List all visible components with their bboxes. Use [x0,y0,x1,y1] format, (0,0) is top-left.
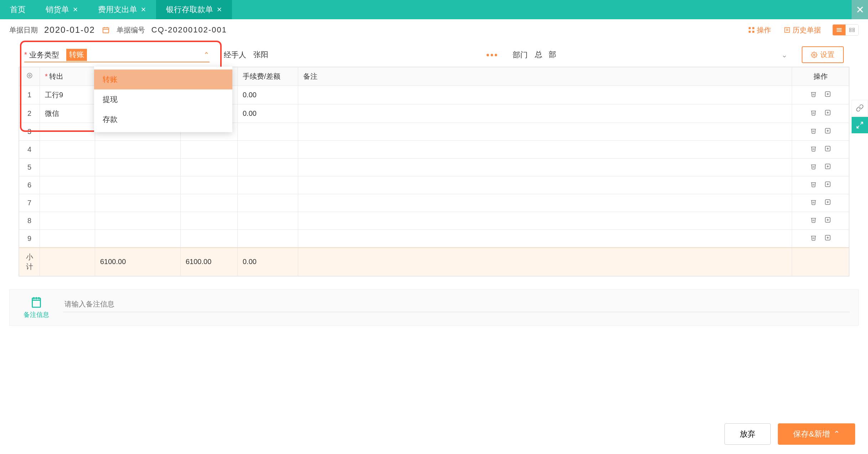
cell-gap[interactable] [95,159,181,176]
cell-in-amount[interactable] [181,159,238,176]
cell-gap[interactable] [95,230,181,248]
history-button[interactable]: 历史单据 [784,25,821,35]
add-row-icon[interactable] [825,128,831,136]
cell-out-account[interactable] [40,159,95,176]
cell-in-amount[interactable] [181,212,238,230]
cell-out-account[interactable] [40,212,95,230]
table-row[interactable]: 4 [19,141,849,159]
subtotal-label: 小计 [19,248,40,276]
cell-out-account[interactable] [40,230,95,248]
link-icon[interactable] [852,100,868,116]
tab-sales[interactable]: 销货单✕ [36,0,88,19]
dept-field[interactable]: 部门 总 部 ⌄ [513,47,787,62]
add-row-icon[interactable] [825,91,831,99]
cell-remark[interactable] [298,141,792,159]
cell-fee[interactable] [238,159,298,176]
dropdown-item-withdraw[interactable]: 提现 [94,89,232,109]
cell-out-account[interactable] [40,176,95,194]
cell-gap[interactable] [95,141,181,159]
close-icon[interactable]: ✕ [141,6,146,14]
tab-bank[interactable]: 银行存取款单✕ [156,0,232,19]
cell-in-amount[interactable] [181,230,238,248]
cell-fee[interactable]: 0.00 [238,86,298,104]
cell-out-account[interactable] [40,141,95,159]
cell-fee[interactable] [238,123,298,141]
cell-remark[interactable] [298,159,792,176]
dropdown-item-deposit[interactable]: 存款 [94,109,232,129]
panel-close-button[interactable]: ✕ [852,0,868,19]
add-row-icon[interactable] [825,109,831,118]
dept-value[interactable]: 总 部 [535,47,781,62]
table-row[interactable]: 5 [19,159,849,176]
delete-icon[interactable] [810,145,817,154]
expand-icon[interactable] [852,117,868,133]
calendar-icon[interactable] [102,26,110,34]
add-row-icon[interactable] [825,181,831,189]
view-list-icon[interactable] [833,25,846,35]
svg-point-19 [29,75,30,77]
delete-icon[interactable] [810,109,817,118]
view-toggle[interactable] [832,24,859,36]
table-row[interactable]: 8 [19,212,849,230]
ops-button[interactable]: 操作 [748,25,771,35]
handler-field[interactable]: 经手人 张阳 ••• [224,47,498,62]
add-row-icon[interactable] [825,199,831,207]
cell-fee[interactable] [238,194,298,212]
cell-fee[interactable] [238,141,298,159]
close-icon[interactable]: ✕ [73,6,78,14]
tab-home[interactable]: 首页 [0,0,36,19]
cell-remark[interactable] [298,123,792,141]
cell-in-amount[interactable] [181,194,238,212]
view-grid-icon[interactable] [846,25,858,35]
delete-icon[interactable] [810,91,817,99]
delete-icon[interactable] [810,128,817,136]
cell-in-amount[interactable] [181,141,238,159]
add-row-icon[interactable] [825,234,831,243]
cell-fee[interactable] [238,212,298,230]
add-row-icon[interactable] [825,217,831,225]
add-row-icon[interactable] [825,145,831,154]
cell-fee[interactable]: 0.00 [238,104,298,123]
cell-fee[interactable] [238,176,298,194]
add-row-icon[interactable] [825,163,831,171]
date-value[interactable]: 2020-01-02 [44,25,95,35]
table-row[interactable]: 6 [19,176,849,194]
cell-out-account[interactable] [40,123,95,141]
chevron-up-icon[interactable]: ⌃ [203,51,210,59]
more-icon[interactable]: ••• [486,50,498,60]
cell-gap[interactable] [95,212,181,230]
svg-rect-6 [749,31,751,33]
cell-out-account[interactable]: 微信 [40,104,95,123]
delete-icon[interactable] [810,163,817,171]
close-icon[interactable]: ✕ [217,6,222,14]
delete-icon[interactable] [810,217,817,225]
column-settings-icon[interactable] [19,67,40,86]
cell-remark[interactable] [298,230,792,248]
cell-remark[interactable] [298,212,792,230]
table-row[interactable]: 7 [19,194,849,212]
cell-in-amount[interactable] [181,176,238,194]
cell-out-account[interactable]: 工行9 [40,86,95,104]
tab-expense[interactable]: 费用支出单✕ [88,0,156,19]
biz-type-value[interactable]: 转账 [66,49,87,61]
cell-remark[interactable] [298,104,792,123]
cell-remark[interactable] [298,86,792,104]
cell-remark[interactable] [298,176,792,194]
cell-fee[interactable] [238,230,298,248]
delete-icon[interactable] [810,199,817,207]
dropdown-item-transfer[interactable]: 转账 [94,69,232,89]
cell-gap[interactable] [95,176,181,194]
delete-icon[interactable] [810,234,817,243]
cell-out-account[interactable] [40,194,95,212]
delete-icon[interactable] [810,181,817,189]
col-fee: 手续费/差额 [238,67,298,86]
cell-gap[interactable] [95,194,181,212]
settings-button[interactable]: 设置 [802,46,844,63]
cell-remark[interactable] [298,194,792,212]
handler-value[interactable]: 张阳 [253,47,486,62]
svg-rect-0 [103,28,109,33]
remarks-input[interactable] [63,296,850,312]
chevron-down-icon[interactable]: ⌄ [781,51,787,59]
biz-type-field[interactable]: * 业务类型 转账 ⌃ 转账 提现 存款 [24,49,210,61]
table-row[interactable]: 9 [19,230,849,248]
